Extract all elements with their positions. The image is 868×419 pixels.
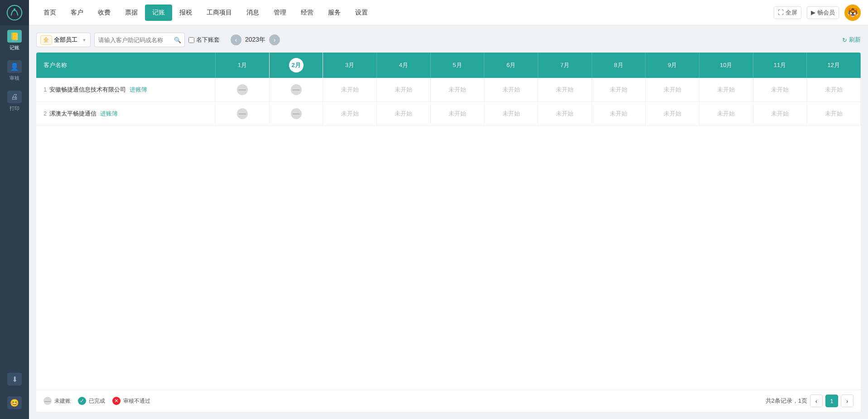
customer-name: 安徽畅捷通信息技术有限公司 bbox=[49, 86, 126, 93]
col-customer: 客户名称 bbox=[36, 53, 216, 78]
refresh-button[interactable]: ↻ 刷新 bbox=[842, 36, 861, 44]
sidebar-item-review[interactable]: 👤 审核 bbox=[0, 56, 29, 86]
search-icon[interactable]: 🔍 bbox=[174, 37, 181, 43]
nav-business[interactable]: 工商项目 bbox=[199, 0, 239, 25]
nav-service[interactable]: 服务 bbox=[321, 0, 348, 25]
not-started-label: 未开始 bbox=[825, 86, 843, 93]
not-started-label: 未开始 bbox=[448, 86, 466, 93]
user-avatar[interactable]: 🐯 bbox=[844, 5, 861, 21]
fullscreen-button[interactable]: ⛶ 全屏 bbox=[774, 6, 801, 19]
total-records: 共2条记录，1页 bbox=[766, 397, 807, 405]
cell-month-4-row-1: 未开始 bbox=[430, 102, 484, 126]
page-1-button[interactable]: 1 bbox=[825, 395, 838, 407]
current-month-circle: 2月 bbox=[289, 58, 304, 72]
prev-year-button[interactable]: ‹ bbox=[231, 34, 241, 45]
svg-point-1 bbox=[14, 9, 16, 11]
not-started-label: 未开始 bbox=[556, 110, 574, 117]
main-table: 客户名称 1月 2月 3月 4月 5月 6月 7月 8月 9月 10月 11月 bbox=[36, 53, 861, 126]
member-button[interactable]: ▶ 畅会员 bbox=[807, 6, 839, 19]
not-started-label: 未开始 bbox=[664, 110, 681, 117]
table-row: 1安徽畅捷通信息技术有限公司进账簿——未开始未开始未开始未开始未开始未开始未开始… bbox=[36, 78, 861, 102]
main-area: 首页 客户 收费 票据 记账 报税 工商项目 消息 管理 经营 服务 设置 ⛶ … bbox=[29, 0, 868, 419]
refresh-icon: ↻ bbox=[842, 37, 847, 43]
pagination: 共2条记录，1页 ‹ 1 › bbox=[766, 395, 854, 407]
customer-name: 漯澳太平畅捷通信 bbox=[49, 110, 96, 117]
legend-dot-gray: — bbox=[43, 397, 52, 405]
nav-settings[interactable]: 设置 bbox=[348, 0, 375, 25]
cell-month-2-row-0: 未开始 bbox=[323, 78, 377, 102]
nav-invoice[interactable]: 票据 bbox=[118, 0, 145, 25]
sub-account-checkbox[interactable] bbox=[188, 37, 194, 43]
nav-management[interactable]: 管理 bbox=[266, 0, 294, 25]
employee-tag: 全 bbox=[40, 35, 52, 45]
year-nav: ‹ 2023年 › bbox=[231, 34, 280, 45]
toolbar: 全 全部员工 ▼ 🔍 名下账套 ‹ 2023年 › ↻ 刷新 bbox=[36, 33, 861, 47]
not-started-label: 未开始 bbox=[825, 110, 843, 117]
col-month-8: 8月 bbox=[592, 53, 646, 78]
year-display: 2023年 bbox=[245, 36, 265, 44]
sidebar-item-bookkeeping[interactable]: 📒 记账 bbox=[0, 25, 29, 56]
checkbox-wrap[interactable]: 名下账套 bbox=[188, 36, 220, 44]
row-index: 2 bbox=[43, 110, 47, 117]
nav-operation[interactable]: 经营 bbox=[294, 0, 321, 25]
fullscreen-icon: ⛶ bbox=[778, 9, 784, 16]
content-area: 全 全部员工 ▼ 🔍 名下账套 ‹ 2023年 › ↻ 刷新 bbox=[29, 25, 868, 419]
cell-month-10-row-0: 未开始 bbox=[753, 78, 807, 102]
next-page-button[interactable]: › bbox=[841, 395, 854, 407]
col-month-1: 1月 bbox=[216, 53, 270, 78]
legend-dot-teal: ✓ bbox=[78, 397, 86, 405]
search-wrap: 🔍 bbox=[94, 33, 185, 47]
status-dot: — bbox=[291, 84, 302, 95]
col-month-5: 5月 bbox=[430, 53, 484, 78]
nav-billing[interactable]: 收费 bbox=[91, 0, 118, 25]
col-month-6: 6月 bbox=[484, 53, 538, 78]
prev-page-button[interactable]: ‹ bbox=[810, 395, 823, 407]
cell-month-6-row-1: 未开始 bbox=[538, 102, 592, 126]
cell-month-0-row-1: — bbox=[216, 102, 270, 126]
cell-month-4-row-0: 未开始 bbox=[430, 78, 484, 102]
sidebar-item-print[interactable]: 🖨 打印 bbox=[0, 86, 29, 116]
cell-month-8-row-0: 未开始 bbox=[646, 78, 699, 102]
cell-month-7-row-0: 未开始 bbox=[592, 78, 646, 102]
col-month-12: 12月 bbox=[807, 53, 861, 78]
sidebar-bottom: ⬇ 😊 bbox=[0, 368, 29, 419]
nav-message[interactable]: 消息 bbox=[239, 0, 266, 25]
employee-select[interactable]: 全 全部员工 ▼ bbox=[36, 33, 91, 47]
sidebar-item-help[interactable]: 😊 bbox=[0, 392, 29, 414]
cell-month-0-row-0: — bbox=[216, 78, 270, 102]
nav-items: 首页 客户 收费 票据 记账 报税 工商项目 消息 管理 经营 服务 设置 bbox=[36, 0, 774, 25]
table-row: 2漯澳太平畅捷通信进账簿——未开始未开始未开始未开始未开始未开始未开始未开始未开… bbox=[36, 102, 861, 126]
nav-customer[interactable]: 客户 bbox=[63, 0, 91, 25]
not-started-label: 未开始 bbox=[395, 86, 412, 93]
help-icon: 😊 bbox=[7, 396, 22, 409]
not-started-label: 未开始 bbox=[556, 86, 574, 93]
cell-month-5-row-0: 未开始 bbox=[484, 78, 538, 102]
top-nav: 首页 客户 收费 票据 记账 报税 工商项目 消息 管理 经营 服务 设置 ⛶ … bbox=[29, 0, 868, 25]
sidebar-item-download[interactable]: ⬇ bbox=[0, 368, 29, 390]
status-dot: — bbox=[291, 108, 302, 119]
svg-point-0 bbox=[7, 5, 22, 20]
not-started-label: 未开始 bbox=[341, 110, 359, 117]
cell-month-5-row-1: 未开始 bbox=[484, 102, 538, 126]
cell-month-8-row-1: 未开始 bbox=[646, 102, 699, 126]
cell-month-3-row-0: 未开始 bbox=[377, 78, 431, 102]
legend-label-not-started: 未建账 bbox=[54, 397, 71, 405]
nav-home[interactable]: 首页 bbox=[36, 0, 63, 25]
search-input[interactable] bbox=[94, 33, 185, 47]
nav-tax[interactable]: 报税 bbox=[172, 0, 199, 25]
cell-month-2-row-1: 未开始 bbox=[323, 102, 377, 126]
review-icon: 👤 bbox=[7, 60, 22, 73]
col-month-3: 3月 bbox=[323, 53, 377, 78]
col-month-9: 9月 bbox=[646, 53, 699, 78]
cell-name-1: 2漯澳太平畅捷通信进账簿 bbox=[36, 102, 216, 126]
next-year-button[interactable]: › bbox=[269, 34, 280, 45]
enter-ledger-link[interactable]: 进账簿 bbox=[100, 110, 118, 117]
sidebar: 📒 记账 👤 审核 🖨 打印 ⬇ 😊 bbox=[0, 0, 29, 419]
enter-ledger-link[interactable]: 进账簿 bbox=[130, 86, 147, 93]
not-started-label: 未开始 bbox=[395, 110, 412, 117]
cell-name-0: 1安徽畅捷通信息技术有限公司进账簿 bbox=[36, 78, 216, 102]
nav-bookkeeping[interactable]: 记账 bbox=[145, 5, 172, 21]
table-container: 客户名称 1月 2月 3月 4月 5月 6月 7月 8月 9月 10月 11月 bbox=[36, 53, 861, 390]
cell-month-1-row-0: — bbox=[269, 78, 323, 102]
not-started-label: 未开始 bbox=[664, 86, 681, 93]
